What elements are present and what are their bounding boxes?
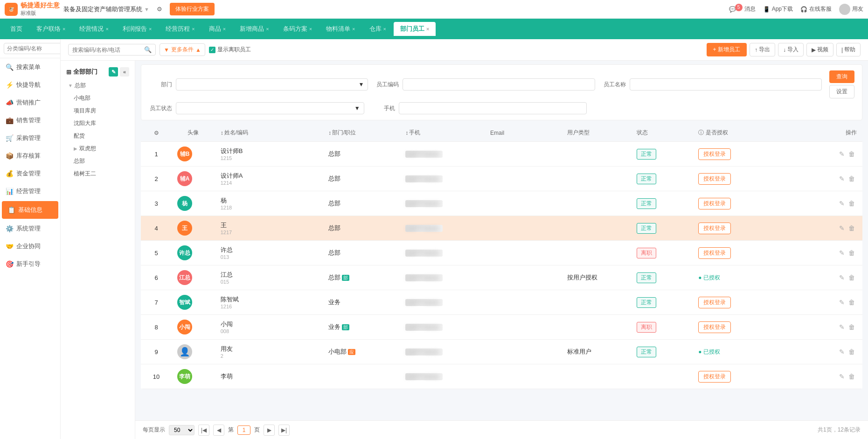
edit-button[interactable]: ✎ bbox=[837, 248, 847, 258]
sidebar-item-mgmt[interactable]: 📊 经营管理 bbox=[0, 182, 60, 200]
delete-button[interactable]: 🗑 bbox=[847, 199, 857, 208]
close-icon[interactable]: × bbox=[149, 26, 152, 32]
tab-customer[interactable]: 客户联络× bbox=[30, 22, 72, 36]
dept-node-xmkf[interactable]: 项目库房 bbox=[61, 105, 135, 117]
sidebar-item-collab[interactable]: 🤝 企业协同 bbox=[0, 237, 60, 255]
close-icon[interactable]: × bbox=[223, 26, 226, 32]
emp-status-select[interactable]: ▼ bbox=[176, 102, 364, 114]
dept-node-peihuo[interactable]: 配货 bbox=[61, 130, 135, 142]
sidebar-item-marketing[interactable]: 📣 营销推广 bbox=[0, 94, 60, 111]
edit-button[interactable]: ✎ bbox=[837, 199, 847, 208]
delete-button[interactable]: 🗑 bbox=[847, 322, 857, 332]
import-button[interactable]: ↓ 导入 bbox=[778, 43, 804, 56]
auth-login-button[interactable]: 授权登录 bbox=[698, 223, 731, 234]
settings-icon[interactable]: ⚙ bbox=[154, 130, 159, 136]
close-icon[interactable]: × bbox=[266, 26, 269, 32]
dept-select[interactable]: ▼ bbox=[176, 78, 368, 91]
col-dept-sort-icon[interactable]: ↕ bbox=[328, 130, 331, 136]
sidebar-search-input[interactable] bbox=[4, 43, 61, 54]
close-icon[interactable]: × bbox=[383, 26, 386, 32]
edit-button[interactable]: ✎ bbox=[837, 298, 847, 307]
tab-home[interactable]: 首页 bbox=[4, 22, 29, 36]
close-icon[interactable]: × bbox=[62, 26, 65, 32]
col-phone-sort-icon[interactable]: ↕ bbox=[405, 130, 408, 136]
help-button[interactable]: | 帮助 bbox=[836, 43, 861, 56]
emp-code-input[interactable] bbox=[403, 78, 595, 91]
auth-login-button[interactable]: 授权登录 bbox=[698, 371, 731, 383]
add-employee-button[interactable]: + 新增员工 bbox=[707, 43, 747, 56]
auth-login-button[interactable]: 授权登录 bbox=[698, 198, 731, 209]
page-size-select[interactable]: 50 100 bbox=[169, 425, 194, 435]
online-service-item[interactable]: 🎧 在线客服 bbox=[800, 5, 832, 13]
experience-button[interactable]: 体验行业方案 bbox=[170, 3, 215, 15]
delete-button[interactable]: 🗑 bbox=[847, 149, 857, 159]
sidebar-item-quicknav[interactable]: ⚡ 快捷导航 bbox=[0, 76, 60, 94]
dept-node-zongbu-parent[interactable]: ▼ 总部 bbox=[61, 79, 135, 92]
delete-button[interactable]: 🗑 bbox=[847, 298, 857, 307]
emp-name-input[interactable] bbox=[630, 78, 822, 91]
sidebar-item-purchase[interactable]: 🛒 采购管理 bbox=[0, 129, 60, 147]
edit-button[interactable]: ✎ bbox=[837, 223, 847, 233]
delete-button[interactable]: 🗑 bbox=[847, 223, 857, 233]
phone-input[interactable] bbox=[399, 102, 587, 114]
gear-icon[interactable]: ⚙ bbox=[153, 3, 166, 16]
dept-node-shuanghuxiang[interactable]: ▶ 双虎想 bbox=[61, 142, 135, 155]
delete-button[interactable]: 🗑 bbox=[847, 347, 857, 356]
edit-button[interactable]: ✎ bbox=[837, 149, 847, 159]
dept-node-xiaodianbu[interactable]: 小电部 bbox=[61, 92, 135, 105]
search-input[interactable] bbox=[72, 47, 142, 53]
first-page-button[interactable]: |◀ bbox=[198, 425, 209, 436]
auth-login-button[interactable]: 授权登录 bbox=[698, 247, 731, 259]
message-item[interactable]: 💬 5 消息 bbox=[729, 5, 756, 13]
close-icon[interactable]: × bbox=[309, 26, 312, 32]
auth-login-button[interactable]: 授权登录 bbox=[698, 321, 731, 333]
view-button[interactable]: ▶ 视频 bbox=[806, 43, 833, 56]
delete-button[interactable]: 🗑 bbox=[847, 174, 857, 183]
sidebar-item-system[interactable]: ⚙️ 系统管理 bbox=[0, 220, 60, 237]
dept-add-icon[interactable]: ✎ bbox=[109, 67, 118, 77]
last-page-button[interactable]: ▶| bbox=[278, 425, 290, 436]
query-button[interactable]: 查询 bbox=[829, 70, 854, 83]
close-icon[interactable]: × bbox=[192, 26, 194, 32]
edit-button[interactable]: ✎ bbox=[837, 372, 847, 381]
reset-button[interactable]: 设置 bbox=[829, 85, 854, 98]
dept-collapse-icon[interactable]: « bbox=[120, 67, 129, 77]
dept-node-zongbu[interactable]: 总部 bbox=[61, 155, 135, 167]
sidebar-item-sales[interactable]: 💼 销售管理 bbox=[0, 111, 60, 129]
edit-button[interactable]: ✎ bbox=[837, 322, 847, 332]
auth-login-button[interactable]: 授权登录 bbox=[698, 297, 731, 308]
tab-new-goods[interactable]: 新增商品× bbox=[233, 22, 275, 36]
edit-button[interactable]: ✎ bbox=[837, 273, 847, 282]
export-button[interactable]: ↑ 导出 bbox=[750, 43, 775, 56]
more-conditions-btn[interactable]: ▼ 更多条件 ▲ bbox=[160, 43, 205, 56]
next-page-button[interactable]: ▶ bbox=[264, 425, 275, 436]
delete-button[interactable]: 🗑 bbox=[847, 273, 857, 282]
tab-employees[interactable]: 部门员工× bbox=[394, 22, 436, 36]
sidebar-item-inventory[interactable]: 📦 库存核算 bbox=[0, 147, 60, 165]
dept-node-sydaku[interactable]: 沈阳大库 bbox=[61, 117, 135, 130]
show-resigned-checkbox[interactable]: ✓ 显示离职员工 bbox=[209, 46, 251, 54]
dept-node-zhishuwanger[interactable]: 植树王二 bbox=[61, 167, 135, 180]
tab-warehouse[interactable]: 仓库× bbox=[363, 22, 393, 36]
sidebar-item-basic[interactable]: 📋 基础信息 bbox=[2, 201, 58, 219]
prev-page-button[interactable]: ◀ bbox=[213, 425, 224, 436]
tab-goods[interactable]: 商品× bbox=[202, 22, 232, 36]
close-icon[interactable]: × bbox=[352, 26, 355, 32]
tab-operation[interactable]: 经营情况× bbox=[73, 22, 115, 36]
delete-button[interactable]: 🗑 bbox=[847, 248, 857, 258]
sidebar-item-finance[interactable]: 💰 资金管理 bbox=[0, 165, 60, 182]
user-item[interactable]: 用友 bbox=[839, 4, 863, 15]
app-download-item[interactable]: 📱 App下载 bbox=[763, 5, 793, 13]
auth-login-button[interactable]: 授权登录 bbox=[698, 148, 731, 160]
close-icon[interactable]: × bbox=[426, 26, 429, 32]
sidebar-item-search[interactable]: 🔍 搜索菜单 bbox=[0, 58, 60, 76]
edit-button[interactable]: ✎ bbox=[837, 174, 847, 183]
delete-button[interactable]: 🗑 bbox=[847, 372, 857, 381]
close-icon[interactable]: × bbox=[105, 26, 108, 32]
sidebar-item-guide[interactable]: 🎯 新手引导 bbox=[0, 255, 60, 273]
tab-history[interactable]: 经营历程× bbox=[159, 22, 201, 36]
col-name-sort-icon[interactable]: ↕ bbox=[221, 130, 223, 136]
system-selector[interactable]: 装备及固定资产辅助管理系统 ▼ bbox=[63, 5, 149, 14]
tab-profit[interactable]: 利润报告× bbox=[116, 22, 158, 36]
auth-login-button[interactable]: 授权登录 bbox=[698, 173, 731, 185]
